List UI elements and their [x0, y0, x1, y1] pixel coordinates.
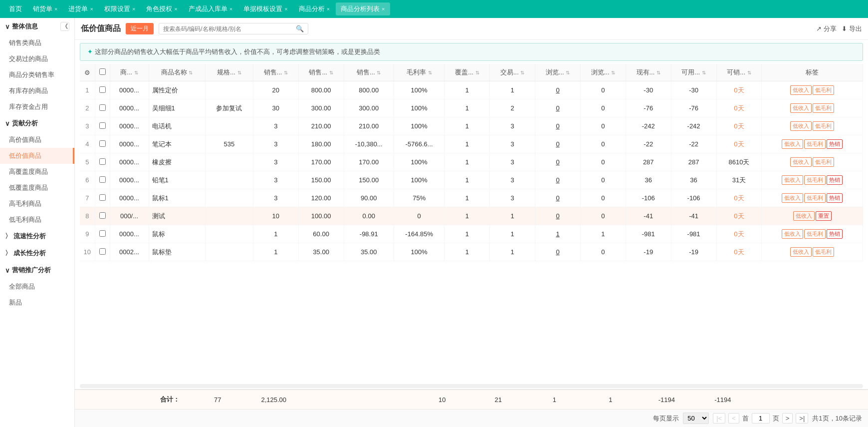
pager-prev-button[interactable]: < — [728, 413, 739, 424]
sidebar-item-high-value[interactable]: 高价值商品 — [0, 132, 74, 148]
browse-link[interactable]: 0 — [556, 194, 559, 202]
sidebar-item-category-sales[interactable]: 商品分类销售率 — [0, 67, 74, 83]
nav-product-inbound[interactable]: 产成品入库单 × — [184, 2, 237, 15]
row-checkbox[interactable] — [95, 117, 110, 135]
row-select-checkbox[interactable] — [99, 176, 106, 183]
sidebar-item-low-margin[interactable]: 低毛利商品 — [0, 212, 74, 228]
sidebar-item-high-coverage[interactable]: 高覆盖度商品 — [0, 164, 74, 180]
sidebar-item-low-value[interactable]: 低价值商品 — [0, 148, 74, 164]
per-page-select[interactable]: 50 100 200 — [683, 413, 709, 424]
nav-product-analysis-list[interactable]: 商品分析列表 × — [336, 2, 390, 15]
sidebar-item-all-goods[interactable]: 全部商品 — [0, 279, 74, 295]
pager-next-button[interactable]: > — [782, 413, 793, 424]
row-select-checkbox[interactable] — [99, 158, 106, 165]
row-select-checkbox[interactable] — [99, 140, 106, 147]
close-purchase-order-icon[interactable]: × — [90, 6, 93, 12]
sidebar-section-contribution[interactable]: ∨ 贡献分析 — [0, 115, 74, 132]
search-input[interactable] — [163, 25, 294, 32]
row-select-checkbox[interactable] — [99, 104, 106, 111]
sidebar-section-overall[interactable]: ∨ 整体信息 《 — [0, 18, 74, 35]
select-all-checkbox[interactable] — [99, 68, 106, 75]
row-select-checkbox[interactable] — [99, 122, 106, 129]
pager-last-button[interactable]: >| — [796, 413, 808, 424]
close-sales-order-icon[interactable]: × — [54, 6, 57, 12]
chevron-down-icon2: ∨ — [5, 120, 10, 127]
row-checkbox[interactable] — [95, 189, 110, 207]
row-browse1[interactable]: 0 — [535, 135, 581, 153]
collapse-button[interactable]: 《 — [60, 22, 69, 31]
sidebar-item-new-goods[interactable]: 新品 — [0, 295, 74, 311]
browse-link[interactable]: 0 — [556, 158, 559, 166]
th-settings[interactable]: ⚙ — [80, 64, 95, 81]
row-checkbox[interactable] — [95, 243, 110, 261]
nav-sales-order[interactable]: 销货单 × — [28, 2, 62, 15]
close-product-inbound-icon[interactable]: × — [229, 6, 232, 12]
row-browse1[interactable]: 0 — [535, 171, 581, 189]
nav-home[interactable]: 首页 — [4, 2, 27, 15]
row-checkbox[interactable] — [95, 135, 110, 153]
row-browse1[interactable]: 0 — [535, 99, 581, 117]
browse-link[interactable]: 0 — [556, 248, 559, 256]
row-checkbox[interactable] — [95, 171, 110, 189]
nav-purchase-order[interactable]: 进货单 × — [63, 2, 98, 15]
th-checkbox[interactable] — [95, 64, 110, 81]
row-select-checkbox[interactable] — [99, 248, 106, 255]
search-icon[interactable]: 🔍 — [296, 25, 304, 32]
row-checkbox[interactable] — [95, 225, 110, 243]
horizontal-scrollbar[interactable] — [80, 384, 863, 388]
browse-link[interactable]: 1 — [556, 230, 559, 238]
pager-current-page[interactable] — [752, 413, 770, 424]
row-browse2: 0 — [580, 153, 626, 171]
browse-link[interactable]: 0 — [556, 212, 559, 220]
close-role-auth-icon[interactable]: × — [174, 6, 177, 12]
sidebar-item-stock-goods[interactable]: 有库存的商品 — [0, 83, 74, 99]
row-name: 鼠标垫 — [149, 243, 205, 261]
row-browse1[interactable]: 1 — [535, 225, 581, 243]
close-template-settings-icon[interactable]: × — [284, 6, 287, 12]
sidebar-item-sales-goods[interactable]: 销售类商品 — [0, 35, 74, 51]
row-code: 0000... — [110, 117, 149, 135]
browse-link[interactable]: 0 — [556, 104, 559, 112]
row-checkbox[interactable] — [95, 99, 110, 117]
row-select-checkbox[interactable] — [99, 86, 106, 93]
sidebar-item-low-coverage[interactable]: 低覆盖度商品 — [0, 180, 74, 196]
row-browse1[interactable]: 0 — [535, 189, 581, 207]
browse-link[interactable]: 0 — [556, 86, 559, 94]
browse-link[interactable]: 0 — [556, 140, 559, 148]
row-checkbox[interactable] — [95, 207, 110, 225]
row-checkbox[interactable] — [95, 153, 110, 171]
nav-permissions[interactable]: 权限设置 × — [99, 2, 140, 15]
row-browse1[interactable]: 0 — [535, 81, 581, 99]
row-browse1[interactable]: 0 — [535, 117, 581, 135]
row-select-checkbox[interactable] — [99, 194, 106, 201]
row-checkbox[interactable] — [95, 81, 110, 99]
row-browse1[interactable]: 0 — [535, 153, 581, 171]
filter-recent-month-button[interactable]: 近一月 — [126, 23, 154, 34]
row-s3: 35.00 — [344, 243, 394, 261]
row-select-checkbox[interactable] — [99, 230, 106, 237]
sidebar-section-velocity[interactable]: 〉 流速性分析 — [0, 228, 74, 245]
sidebar-item-stock-funds[interactable]: 库存资金占用 — [0, 99, 74, 115]
browse-link[interactable]: 0 — [556, 122, 559, 130]
export-button[interactable]: ⬇ 导出 — [842, 24, 862, 33]
row-stock: 287 — [626, 153, 671, 171]
sidebar-section-marketing[interactable]: ∨ 营销推广分析 — [0, 262, 74, 279]
tag-重置: 重置 — [816, 211, 832, 221]
nav-template-settings[interactable]: 单据模板设置 × — [238, 2, 292, 15]
row-margin: 100% — [394, 117, 444, 135]
sidebar-item-traded-goods[interactable]: 交易过的商品 — [0, 51, 74, 67]
row-browse1[interactable]: 0 — [535, 207, 581, 225]
close-product-analysis-icon[interactable]: × — [327, 6, 330, 12]
row-browse1[interactable]: 0 — [535, 243, 581, 261]
browse-link[interactable]: 0 — [556, 176, 559, 184]
pager-first-button[interactable]: |< — [713, 413, 725, 424]
close-permissions-icon[interactable]: × — [132, 6, 135, 12]
sidebar-item-high-margin[interactable]: 高毛利商品 — [0, 196, 74, 212]
th-coverage: 覆盖... ⇅ — [444, 64, 490, 81]
row-select-checkbox[interactable] — [99, 212, 106, 219]
share-button[interactable]: ↗ 分享 — [816, 24, 837, 33]
close-product-analysis-list-icon[interactable]: × — [382, 6, 385, 12]
nav-product-analysis[interactable]: 商品分析 × — [294, 2, 335, 15]
sidebar-section-growth[interactable]: 〉 成长性分析 — [0, 245, 74, 262]
nav-role-auth[interactable]: 角色授权 × — [141, 2, 182, 15]
